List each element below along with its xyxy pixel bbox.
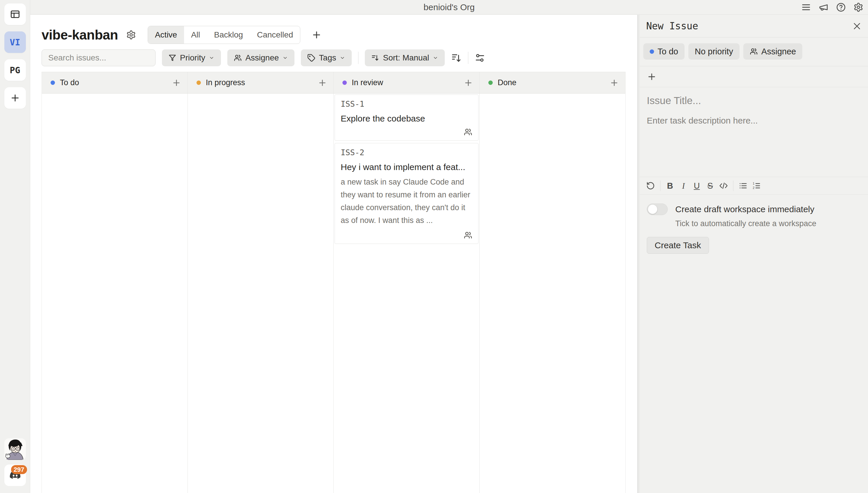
add-view-button[interactable] [311, 30, 322, 40]
sort-button-label: Sort: Manual [383, 53, 429, 63]
status-chip-label: To do [657, 47, 678, 57]
project-settings-gear-icon[interactable] [126, 30, 136, 40]
column-body [42, 93, 188, 493]
plus-icon [172, 78, 181, 87]
column-name: To do [60, 78, 79, 87]
settings-gear-icon[interactable] [853, 2, 863, 12]
add-card-button[interactable] [318, 78, 327, 87]
announcements-icon[interactable] [819, 2, 828, 12]
column-body: ISS-1 Explore the codebase ISS-2 Hey i w… [334, 93, 479, 493]
tab-backlog[interactable]: Backlog [207, 26, 250, 44]
column-name: In review [352, 78, 383, 87]
priority-filter-button[interactable]: Priority [162, 49, 221, 66]
assignee-filter-button[interactable]: Assignee [227, 49, 295, 66]
issue-title-input[interactable]: Issue Title... [647, 95, 861, 106]
user-avatar[interactable] [4, 438, 26, 460]
bold-button[interactable]: B [663, 179, 677, 192]
issue-title: Explore the codebase [341, 114, 472, 124]
plus-icon [610, 78, 619, 87]
issue-id: ISS-2 [341, 148, 472, 157]
project-header: vibe-kanban Active All Backlog Cancelled [42, 26, 637, 44]
column-header: In review [334, 72, 479, 93]
column-header: To do [42, 72, 188, 93]
numbered-list-icon: 12 [752, 181, 761, 190]
toggle-knob [648, 205, 657, 214]
code-button[interactable] [717, 179, 730, 192]
add-property-button[interactable] [647, 72, 657, 82]
topbar-icons [801, 2, 863, 12]
tag-icon [307, 54, 316, 62]
status-dot [50, 81, 55, 85]
page-title: vibe-kanban [42, 27, 118, 43]
add-card-button[interactable] [464, 78, 473, 87]
toolbar-divider [358, 52, 359, 64]
underline-button[interactable]: U [690, 179, 703, 192]
view-tabs: Active All Backlog Cancelled [148, 26, 301, 44]
workspace-tile-pg[interactable]: PG [4, 59, 26, 81]
chevron-down-icon [433, 55, 438, 61]
undo-button[interactable] [644, 179, 657, 192]
bullet-list-button[interactable] [736, 179, 750, 192]
undo-icon [646, 181, 655, 190]
column-header: Done [480, 72, 625, 93]
tab-all[interactable]: All [184, 26, 207, 44]
assignee-filter-label: Assignee [245, 53, 279, 63]
issue-description: a new task in say Claude Code and they w… [341, 176, 472, 227]
issue-description-input[interactable]: Enter task description here... [647, 116, 861, 126]
priority-chip-label: No priority [695, 47, 733, 57]
chevron-down-icon [282, 55, 288, 61]
add-card-button[interactable] [610, 78, 619, 87]
status-dot [489, 81, 493, 85]
issue-property-chips: To do No priority Assignee [640, 38, 868, 66]
issue-id: ISS-1 [341, 100, 472, 108]
strikethrough-button[interactable]: S [703, 179, 717, 192]
issue-title: Hey i want to implement a feat... [341, 162, 472, 172]
editor-toolbar: B I U S 12 [640, 177, 868, 195]
workspace-tile-vi[interactable]: VI [4, 31, 26, 53]
code-icon [719, 181, 728, 190]
tab-active[interactable]: Active [148, 26, 184, 44]
assignees-button[interactable] [464, 231, 472, 239]
column-name: In progress [206, 78, 245, 87]
menu-icon[interactable] [801, 2, 811, 12]
funnel-icon [168, 54, 176, 62]
add-workspace-button[interactable] [4, 87, 26, 109]
issue-card[interactable]: ISS-2 Hey i want to implement a feat... … [334, 143, 478, 244]
boards-home-button[interactable] [4, 3, 26, 25]
close-panel-button[interactable] [852, 22, 862, 31]
panel-resize-handle[interactable] [637, 15, 639, 493]
workspace-initials: VI [9, 37, 20, 47]
assignees-button[interactable] [464, 128, 472, 136]
numbered-list-button[interactable]: 12 [750, 179, 763, 192]
tab-cancelled[interactable]: Cancelled [250, 26, 300, 44]
create-task-button[interactable]: Create Task [647, 237, 709, 254]
workspace-initials: PG [9, 65, 20, 75]
issue-card[interactable]: ISS-1 Explore the codebase [334, 94, 478, 141]
assignee-chip[interactable]: Assignee [743, 43, 802, 60]
italic-button[interactable]: I [677, 179, 690, 192]
column-in-review: In review ISS-1 Explore the codebase ISS… [333, 72, 479, 493]
plus-icon [464, 78, 473, 87]
priority-filter-label: Priority [180, 53, 205, 63]
chevron-down-icon [209, 55, 215, 61]
chevron-down-icon [340, 55, 345, 61]
sort-button[interactable]: Sort: Manual [365, 49, 445, 66]
help-icon[interactable] [836, 2, 846, 12]
svg-text:2: 2 [753, 186, 755, 190]
sort-direction-button[interactable] [451, 52, 462, 63]
rail-bottom: 297 [4, 438, 26, 486]
sort-descending-icon [451, 52, 462, 63]
discord-button[interactable]: 297 [4, 465, 26, 486]
priority-chip[interactable]: No priority [688, 43, 739, 60]
draft-workspace-toggle[interactable] [647, 203, 668, 215]
status-chip[interactable]: To do [643, 43, 685, 60]
add-card-button[interactable] [172, 78, 181, 87]
column-in-progress: In progress [188, 72, 333, 493]
display-options-button[interactable] [475, 52, 485, 63]
issue-editor: Issue Title... Enter task description he… [640, 87, 868, 177]
search-input[interactable] [42, 49, 155, 66]
workspace-rail: VI PG [0, 0, 30, 493]
assignee-chip-label: Assignee [761, 47, 796, 57]
close-icon [852, 22, 862, 31]
tags-filter-button[interactable]: Tags [301, 49, 352, 66]
